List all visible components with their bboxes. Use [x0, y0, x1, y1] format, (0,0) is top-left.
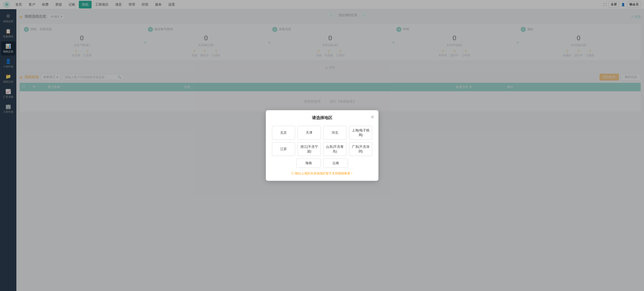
region-row-3: 海南云南	[272, 159, 372, 168]
modal-header: 请选择地区 ✕	[266, 110, 378, 124]
region-select-modal: 请选择地区 ✕ 北京天津河北上海(电子税局) 江苏浙江(不含宁波)山东(不含青岛…	[266, 110, 378, 181]
region-button[interactable]: 海南	[296, 159, 321, 168]
region-button[interactable]: 河北	[323, 126, 347, 140]
warning-icon: ⓘ	[291, 171, 294, 176]
region-button[interactable]: 江苏	[272, 142, 295, 156]
modal-title: 请选择地区	[272, 115, 372, 121]
modal-close-button[interactable]: ✕	[370, 114, 374, 120]
region-row-1: 北京天津河北上海(电子税局)	[272, 126, 372, 140]
warning-label: 除以上地区外其他地区暂不支持报税检查！	[295, 171, 353, 176]
region-button[interactable]: 山东(不含青岛)	[323, 142, 347, 156]
region-button[interactable]: 广东(不含深圳)	[349, 142, 372, 156]
region-button[interactable]: 浙江(不含宁波)	[298, 142, 321, 156]
modal-body: 北京天津河北上海(电子税局) 江苏浙江(不含宁波)山东(不含青岛)广东(不含深圳…	[266, 124, 378, 181]
region-button[interactable]: 北京	[272, 126, 295, 140]
region-button[interactable]: 上海(电子税局)	[349, 126, 372, 140]
region-row-2: 江苏浙江(不含宁波)山东(不含青岛)广东(不含深圳)	[272, 142, 372, 156]
region-button[interactable]: 天津	[298, 126, 321, 140]
region-button[interactable]: 云南	[323, 159, 348, 168]
warning-text: ⓘ 除以上地区外其他地区暂不支持报税检查！	[272, 171, 372, 176]
modal-overlay: 请选择地区 ✕ 北京天津河北上海(电子税局) 江苏浙江(不含宁波)山东(不含青岛…	[0, 0, 644, 291]
